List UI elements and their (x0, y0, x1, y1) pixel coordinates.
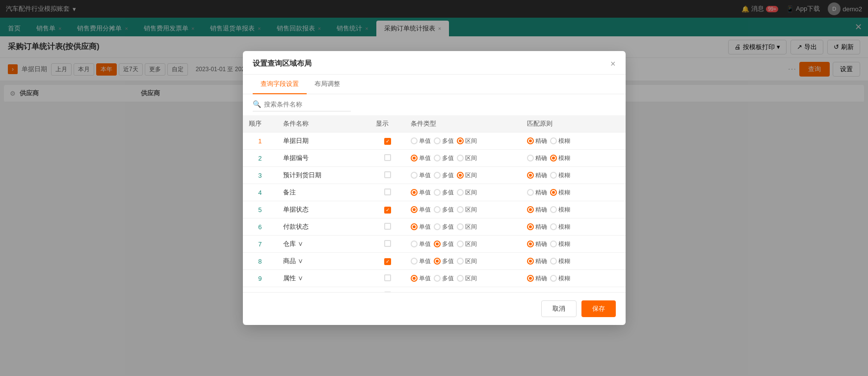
tab-layout-adjust[interactable]: 布局调整 (307, 75, 348, 94)
search-input[interactable] (264, 101, 342, 107)
dialog-search-area: 🔍 (243, 94, 626, 106)
dialog-tabs: 查询字段设置 布局调整 (243, 75, 626, 94)
search-icon: 🔍 (253, 100, 261, 106)
modal-overlay: 设置查询区域布局 × 查询字段设置 布局调整 🔍 顺序 (0, 0, 868, 106)
dialog-header: 设置查询区域布局 × (243, 51, 626, 75)
search-box: 🔍 (253, 100, 351, 106)
tab-layout-adjust-label: 布局调整 (315, 80, 340, 87)
tab-query-fields[interactable]: 查询字段设置 (253, 75, 307, 94)
dialog-close-button[interactable]: × (610, 59, 616, 68)
settings-dialog: 设置查询区域布局 × 查询字段设置 布局调整 🔍 顺序 (243, 51, 626, 106)
tab-query-fields-label: 查询字段设置 (261, 80, 299, 87)
dialog-title: 设置查询区域布局 (253, 59, 312, 68)
